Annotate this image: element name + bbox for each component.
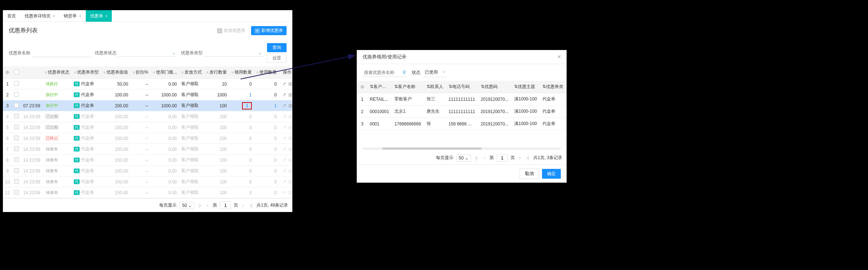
use-qty-cell[interactable]: 0 <box>254 176 279 187</box>
claim-qty-cell[interactable]: 0 <box>229 133 254 144</box>
confirm-button[interactable]: 确定 <box>542 169 561 179</box>
col-use-qty[interactable]: ⇅使用数量 <box>254 66 279 79</box>
qrcode-icon[interactable]: ⊞ <box>288 103 292 108</box>
col-issue-qty[interactable]: ⇅发行数量 <box>204 66 229 79</box>
row-checkbox[interactable] <box>14 125 19 129</box>
col-coupon-type[interactable]: ⇅优惠券类 <box>540 81 567 93</box>
per-page-select[interactable]: 50 ⌄ <box>456 154 471 162</box>
close-icon[interactable]: × <box>105 14 107 18</box>
col-face-value[interactable]: ⇅优惠券面值 <box>101 66 130 79</box>
qrcode-icon[interactable]: ⊞ <box>288 168 292 174</box>
qrcode-icon[interactable]: ⊞ <box>288 125 292 130</box>
use-qty-cell[interactable]: 1 <box>254 100 279 111</box>
table-row[interactable]: 4 14 23:59 已过期 代代金券 150.00 -- 0.00 客户领取 … <box>3 111 292 122</box>
search-input[interactable] <box>363 68 403 76</box>
col-claim-qty[interactable]: ⇅领用数量 <box>229 66 254 79</box>
row-checkbox[interactable] <box>14 136 19 140</box>
row-checkbox[interactable] <box>14 81 19 86</box>
row-checkbox[interactable] <box>14 92 19 97</box>
add-coupon-button[interactable]: +新增优惠券 <box>251 26 287 35</box>
table-row[interactable]: 6 14 23:59 已终止 代代金券 150.00 -- 0.00 客户领取 … <box>3 133 292 144</box>
use-qty-cell[interactable]: 0 <box>254 155 279 166</box>
tab-coupon-detail[interactable]: 优惠券详情页× <box>20 10 59 22</box>
use-qty-cell[interactable]: 0 <box>254 122 279 133</box>
use-qty-cell[interactable]: 0 <box>254 187 279 198</box>
prev-page-icon[interactable]: ‹ <box>206 203 210 208</box>
close-icon[interactable]: × <box>53 14 55 18</box>
qrcode-icon[interactable]: ⊞ <box>288 179 292 184</box>
prev-page-icon[interactable]: ‹ <box>482 155 487 161</box>
next-page-icon[interactable]: › <box>241 203 245 208</box>
share-icon[interactable]: ↗ <box>282 114 286 119</box>
claim-qty-cell[interactable]: 0 <box>229 166 254 176</box>
table-row[interactable]: 9 14 23:59 待发布 代代金券 150.00 -- 0.00 客户领取 … <box>3 166 292 176</box>
share-icon[interactable]: ↗ <box>282 179 286 184</box>
table-row[interactable]: 2 执行中 代代金券 100.00 -- 1000.00 客户领取 1000 1… <box>3 90 292 100</box>
claim-qty-cell[interactable]: 0 <box>229 111 254 122</box>
query-button[interactable]: 查询 <box>267 43 287 52</box>
col-contact[interactable]: ⇅联系人 <box>424 81 446 93</box>
tab-coupon[interactable]: 优惠券× <box>86 10 112 22</box>
qrcode-icon[interactable]: ⊞ <box>288 157 292 163</box>
use-qty-cell[interactable]: 0 <box>254 90 279 100</box>
claim-qty-cell[interactable]: 0 <box>229 176 254 187</box>
share-icon[interactable]: ↗ <box>282 103 286 108</box>
qrcode-icon[interactable]: ⊞ <box>288 81 292 87</box>
per-page-select[interactable]: 50 ⌄ <box>179 202 194 209</box>
share-icon[interactable]: ↗ <box>282 157 286 163</box>
claim-qty-cell[interactable]: 3 <box>229 100 254 111</box>
col-status[interactable]: ⇅优惠券状态 <box>42 66 72 79</box>
col-coupon-code[interactable]: ⇅优惠码 <box>479 81 512 93</box>
col-type[interactable]: ⇅优惠券类型 <box>72 66 101 79</box>
use-qty-cell[interactable]: 0 <box>254 111 279 122</box>
col-phone[interactable]: ⇅电话号码 <box>446 81 479 93</box>
search-icon[interactable]: ⚲ <box>403 70 406 75</box>
share-icon[interactable]: ↗ <box>282 125 286 130</box>
table-row[interactable]: 1 待执行 代代金券 50.00 -- 0.00 客户领取 10 0 0 ↗⊞ <box>3 79 292 90</box>
claim-qty-cell[interactable]: 0 <box>229 79 254 90</box>
gear-icon[interactable]: ⚙ <box>5 70 9 75</box>
share-icon[interactable]: ↗ <box>282 136 286 141</box>
col-coupon-title[interactable]: ⇅优惠主题 <box>512 81 540 93</box>
table-row[interactable]: 10 14 23:59 待发布 代代金券 150.00 -- 0.00 客户领取… <box>3 176 292 187</box>
table-row[interactable]: 11 14 23:59 待发布 代代金券 150.00 -- 0.00 客户领取… <box>3 187 292 198</box>
qrcode-icon[interactable]: ⊞ <box>288 114 292 119</box>
page-input[interactable] <box>220 202 231 209</box>
row-checkbox[interactable] <box>14 114 19 119</box>
claim-qty-cell[interactable]: 0 <box>229 144 254 155</box>
row-checkbox[interactable] <box>14 146 19 151</box>
col-cust-name[interactable]: ⇅客户名称 <box>392 81 424 93</box>
cancel-button[interactable]: 取消 <box>520 169 539 179</box>
table-row[interactable]: 7 14 23:59 待发布 代代金券 150.00 -- 0.00 客户领取 … <box>3 144 292 155</box>
use-qty-cell[interactable]: 0 <box>254 166 279 176</box>
table-row[interactable]: 2 00010001 北京1 唐先生 11111111111 201912007… <box>357 105 567 118</box>
table-row[interactable]: 8 14 23:59 待发布 代代金券 150.00 -- 0.00 客户领取 … <box>3 155 292 166</box>
scrollbar-thumb[interactable] <box>382 148 482 150</box>
state-select[interactable]: 已使用⌄ <box>423 68 446 77</box>
col-threshold[interactable]: ⇅使用门槛... <box>151 66 179 79</box>
coupon-status-select[interactable]: ⌄ <box>118 49 177 57</box>
coupon-type-select[interactable]: ⌄ <box>204 49 263 57</box>
table-row[interactable]: 1 RETAIL... 零散客户 张三 11111111111 20191200… <box>357 93 567 105</box>
qrcode-icon[interactable]: ⊞ <box>288 136 292 141</box>
qrcode-icon[interactable]: ⊞ <box>288 190 292 195</box>
horizontal-scrollbar[interactable] <box>363 148 561 150</box>
share-icon[interactable]: ↗ <box>282 168 286 174</box>
share-icon[interactable]: ↗ <box>282 92 286 97</box>
share-icon[interactable]: ↗ <box>282 146 286 152</box>
close-icon[interactable]: × <box>558 54 561 60</box>
use-qty-cell[interactable]: 0 <box>254 144 279 155</box>
use-qty-cell[interactable]: 0 <box>254 79 279 90</box>
coupon-name-input[interactable] <box>32 49 90 57</box>
qrcode-icon[interactable]: ⊞ <box>288 92 292 97</box>
close-icon[interactable]: × <box>79 14 81 18</box>
settings-button[interactable]: 设置 <box>267 54 287 63</box>
gear-icon[interactable]: ⚙ <box>360 84 364 90</box>
share-icon[interactable]: ↗ <box>282 81 286 87</box>
issue-coupon-button[interactable]: +发放优惠券 <box>214 26 248 35</box>
tab-sales-order[interactable]: 销货单× <box>59 10 85 22</box>
tab-home[interactable]: 首页 <box>3 10 20 22</box>
qrcode-icon[interactable]: ⊞ <box>288 146 292 152</box>
row-checkbox[interactable] <box>14 168 19 173</box>
use-qty-cell[interactable]: 0 <box>254 133 279 144</box>
